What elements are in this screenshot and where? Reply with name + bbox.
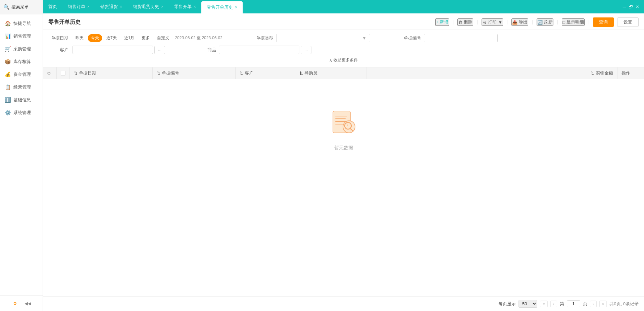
- customer-input[interactable]: [72, 46, 153, 54]
- print-icon: 🖨: [482, 20, 487, 25]
- product-input-group: ···: [219, 46, 311, 54]
- next-page-btn[interactable]: ›: [590, 301, 597, 307]
- date-filter-buttons: 昨天 今天 近7天 近1月 更多 自定义 2023-06-02 至 2023-0…: [72, 34, 222, 42]
- data-table: ⚙ ⇅ 单据日期 ⇅: [43, 67, 644, 178]
- settings-bottom-icon[interactable]: ⚙: [11, 300, 19, 307]
- print-button-label: 打印: [488, 19, 497, 25]
- tab-sales-order-label: 销售订单: [68, 4, 85, 10]
- page-number-input[interactable]: [567, 300, 580, 307]
- th-customer-sort[interactable]: ⇅ 客户: [240, 70, 291, 76]
- page-label: 第: [560, 301, 564, 307]
- print-dropdown-icon: ▼: [498, 20, 502, 25]
- th-date-sort[interactable]: ⇅ 单据日期: [74, 70, 148, 76]
- chart-icon: 📊: [5, 33, 11, 39]
- tab-retail-open[interactable]: 零售开单 ×: [169, 0, 201, 13]
- doc-no-label: 单据编号: [401, 35, 421, 41]
- page-title: 零售开单历史: [48, 19, 81, 26]
- select-all-checkbox[interactable]: [61, 71, 65, 75]
- filter-row-2: 客户 ··· 商品 ···: [48, 46, 639, 54]
- tab-sales-order-close[interactable]: ×: [87, 4, 90, 9]
- date-btn-last7[interactable]: 近7天: [103, 34, 120, 42]
- export-button[interactable]: 📤 导出: [511, 18, 528, 26]
- collapse-sidebar-icon[interactable]: ◀◀: [24, 300, 32, 307]
- th-salesperson-sort-icon: ⇅: [299, 71, 303, 76]
- tab-sales-return[interactable]: 销货退货 ×: [95, 0, 128, 13]
- tab-retail-open-history[interactable]: 零售开单历史 ×: [201, 1, 243, 13]
- doc-type-select[interactable]: ▼: [276, 34, 370, 42]
- first-page-btn[interactable]: «: [540, 301, 548, 307]
- tab-retail-open-close[interactable]: ×: [194, 4, 196, 9]
- th-salesperson-sort[interactable]: ⇅ 导购员: [299, 70, 362, 76]
- doc-type-filter: 单据类型 ▼: [253, 34, 370, 42]
- collapse-filter-btn[interactable]: ∧ 收起更多条件: [48, 57, 639, 63]
- delete-button-label: 删除: [464, 19, 473, 25]
- main-content: 首页 销售订单 × 销货退货 × 销货退货历史 × 零售开单 × 零售开单历史 …: [43, 0, 644, 311]
- sidebar-item-purchase-mgmt[interactable]: 🛒 采购管理: [0, 43, 43, 55]
- customer-ellipsis-btn[interactable]: ···: [154, 46, 165, 54]
- date-btn-last-month[interactable]: 近1月: [121, 34, 138, 42]
- refresh-button-label: 刷新: [544, 19, 553, 25]
- th-checkbox: [56, 67, 69, 79]
- tab-sales-return-close[interactable]: ×: [120, 4, 122, 9]
- sidebar-item-inventory[interactable]: 📦 库存核算: [0, 55, 43, 68]
- settings-button-label: 设置: [624, 19, 632, 24]
- product-ellipsis-btn[interactable]: ···: [301, 46, 311, 54]
- top-nav: 首页 销售订单 × 销货退货 × 销货退货历史 × 零售开单 × 零售开单历史 …: [43, 0, 644, 13]
- sidebar-item-sys-mgmt[interactable]: ⚙️ 系统管理: [0, 106, 43, 119]
- th-date: ⇅ 单据日期: [69, 67, 152, 79]
- refresh-button[interactable]: 🔄 刷新: [537, 18, 553, 26]
- delete-button[interactable]: 🗑 删除: [457, 18, 473, 26]
- display-detail-button[interactable]: □ 显示明细: [562, 18, 585, 26]
- sidebar-search[interactable]: 🔍 搜索采单: [0, 0, 43, 14]
- page-content: 零售开单历史 + 新增 🗑 删除 🖨 打印 ▼ 📤: [43, 13, 644, 311]
- search-icon: 🔍: [3, 4, 9, 10]
- settings-button[interactable]: 设置: [617, 17, 639, 27]
- customer-input-group: ···: [72, 46, 165, 54]
- sidebar-item-finance[interactable]: 💰 资金管理: [0, 68, 43, 81]
- print-button[interactable]: 🖨 打印 ▼: [482, 18, 503, 26]
- divider-2: [477, 20, 478, 24]
- prev-page-btn[interactable]: ‹: [550, 301, 557, 307]
- tab-sales-order[interactable]: 销售订单 ×: [62, 0, 95, 13]
- query-button[interactable]: 查询: [593, 17, 614, 27]
- info-icon: ℹ️: [5, 97, 11, 103]
- sidebar-search-label: 搜索采单: [11, 4, 29, 10]
- date-btn-custom[interactable]: 自定义: [154, 34, 172, 42]
- money-icon: 💰: [5, 71, 11, 77]
- doc-no-input[interactable]: [424, 34, 498, 42]
- th-amount-label: 实销金额: [596, 70, 613, 76]
- sidebar-item-basic-info[interactable]: ℹ️ 基础信息: [0, 94, 43, 106]
- tab-sales-return-history-close[interactable]: ×: [161, 4, 163, 9]
- sidebar-item-biz-mgmt[interactable]: 📋 经营管理: [0, 81, 43, 94]
- th-customer: ⇅ 客户: [236, 67, 295, 79]
- customer-filter-label: 客户: [48, 47, 68, 53]
- product-input[interactable]: [219, 46, 299, 54]
- th-no-sort[interactable]: ⇅ 单据编号: [157, 70, 231, 76]
- page-header: 零售开单历史 + 新增 🗑 删除 🖨 打印 ▼ 📤: [43, 13, 644, 30]
- header-actions: + 新增 🗑 删除 🖨 打印 ▼ 📤 导出: [435, 17, 639, 27]
- date-btn-today[interactable]: 今天: [88, 34, 102, 42]
- window-minimize-btn[interactable]: ─: [623, 4, 626, 9]
- th-amount-sort[interactable]: ⇅ 实销金额: [538, 70, 613, 76]
- date-btn-more[interactable]: 更多: [139, 34, 153, 42]
- sidebar-label-basic-info: 基础信息: [13, 97, 31, 103]
- sidebar-item-quick-nav[interactable]: 🏠 快捷导航: [0, 17, 43, 30]
- new-button[interactable]: + 新增: [435, 18, 449, 26]
- table-header-row: ⚙ ⇅ 单据日期 ⇅: [43, 67, 644, 79]
- box-icon: 📦: [5, 59, 11, 65]
- sidebar-item-sales-mgmt[interactable]: 📊 销售管理: [0, 30, 43, 43]
- page-size-select[interactable]: 10 20 50 100: [518, 300, 537, 308]
- th-salesperson: ⇅ 导购员: [295, 67, 366, 79]
- window-close-btn[interactable]: ✕: [636, 4, 639, 9]
- tab-home[interactable]: 首页: [43, 0, 62, 13]
- divider-3: [507, 20, 507, 24]
- date-filter-label: 单据日期: [48, 35, 68, 41]
- dropdown-arrow-icon: ▼: [362, 36, 366, 41]
- window-restore-btn[interactable]: 🗗: [629, 4, 633, 9]
- last-page-btn[interactable]: »: [599, 301, 607, 307]
- date-btn-yesterday[interactable]: 昨天: [72, 34, 87, 42]
- divider-6: [589, 20, 589, 24]
- tab-retail-open-history-close[interactable]: ×: [235, 5, 237, 10]
- table-config-icon[interactable]: ⚙: [47, 71, 51, 76]
- tab-sales-return-history[interactable]: 销货退货历史 ×: [128, 0, 169, 13]
